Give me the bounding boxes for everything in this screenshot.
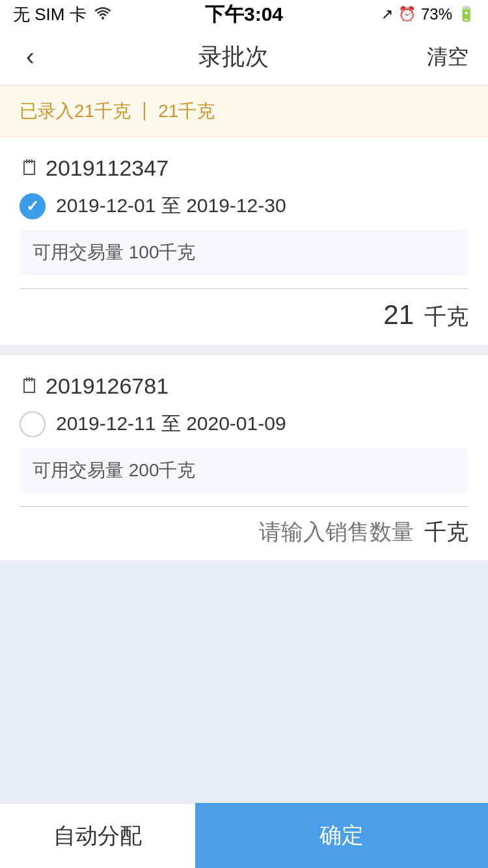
status-time: 下午3:04: [205, 1, 283, 28]
batch-id-1: 2019112347: [46, 156, 169, 181]
status-right: ↗ ⏰ 73% 🔋: [381, 5, 475, 23]
radio-btn-2[interactable]: [20, 411, 46, 437]
battery-percent: 73%: [421, 5, 452, 23]
batch-id-2: 2019126781: [46, 373, 169, 399]
amount-row-1: 21 千克: [0, 289, 488, 345]
section-divider: [0, 345, 488, 355]
batch-card-2: 🗒 2019126781 2019-12-11 至 2020-01-09 可用交…: [0, 355, 488, 560]
summary-banner: 已录入21千克 21千克: [0, 86, 488, 137]
gray-area: [0, 560, 488, 821]
batch-date-row-2: 2019-12-11 至 2020-01-09: [0, 405, 488, 448]
page-title: 录批次: [198, 41, 269, 73]
input-row-2: 千克: [0, 507, 488, 560]
batch-icon-2: 🗒: [20, 374, 40, 398]
nav-bar: ‹ 录批次 清空: [0, 29, 488, 86]
batch-icon-1: 🗒: [20, 156, 40, 180]
availability-box-2: 可用交易量 200千克: [20, 448, 468, 493]
input-unit-2: 千克: [424, 517, 468, 547]
wifi-icon: [93, 5, 113, 25]
svg-point-0: [102, 17, 104, 20]
bottom-bar: 自动分配 确定: [0, 803, 488, 868]
availability-box-1: 可用交易量 100千克: [20, 230, 468, 275]
battery-icon: 🔋: [457, 6, 475, 23]
quantity-input-2[interactable]: [20, 519, 414, 545]
batch-date-row-1: 2019-12-01 至 2019-12-30: [0, 187, 488, 230]
batch-date-2: 2019-12-11 至 2020-01-09: [56, 411, 286, 437]
content-area: 已录入21千克 21千克 🗒 2019112347 2019-12-01 至 2…: [0, 86, 488, 868]
auto-distribute-button[interactable]: 自动分配: [0, 803, 195, 868]
back-button[interactable]: ‹: [20, 36, 41, 77]
summary-value: 21千克: [158, 99, 215, 124]
location-icon: ↗: [381, 6, 393, 23]
alarm-icon: ⏰: [398, 6, 416, 23]
radio-btn-1[interactable]: [20, 193, 46, 219]
batch-header-1: 🗒 2019112347: [0, 137, 488, 187]
status-bar: 无 SIM 卡 下午3:04 ↗ ⏰ 73% 🔋: [0, 0, 488, 29]
clear-button[interactable]: 清空: [427, 43, 468, 72]
batch-card-1: 🗒 2019112347 2019-12-01 至 2019-12-30 可用交…: [0, 137, 488, 345]
batch-date-1: 2019-12-01 至 2019-12-30: [56, 193, 286, 219]
carrier-text: 无 SIM 卡: [13, 3, 87, 26]
confirm-button[interactable]: 确定: [195, 803, 488, 868]
amount-unit-1: 千克: [424, 302, 468, 332]
batch-header-2: 🗒 2019126781: [0, 355, 488, 405]
status-left: 无 SIM 卡: [13, 3, 113, 26]
summary-divider: [144, 102, 145, 120]
summary-label: 已录入21千克: [20, 99, 131, 124]
amount-value-1: 21: [383, 299, 414, 331]
